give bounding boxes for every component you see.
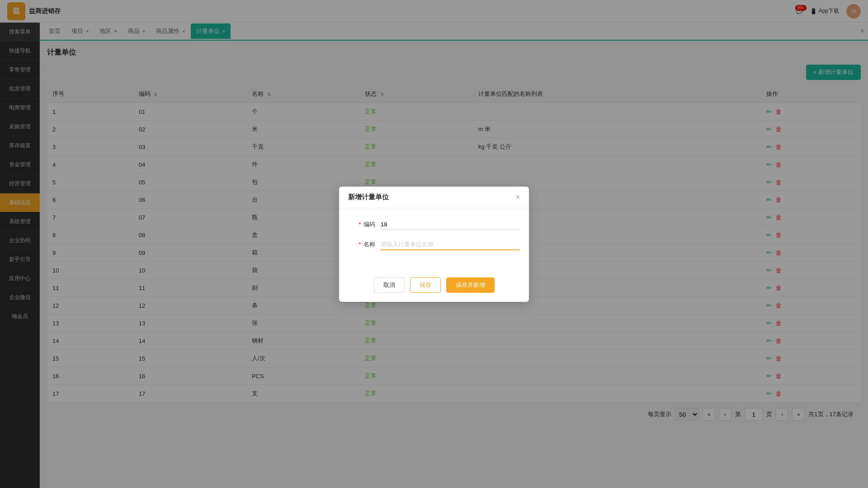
code-required-mark: *	[359, 221, 361, 228]
name-form-row: * 名称	[348, 239, 520, 250]
add-unit-modal: 新增计量单位 × * 编码 * 名称 取消 保存 保存并新增	[339, 187, 529, 302]
name-label: * 名称	[348, 240, 375, 249]
code-form-row: * 编码	[348, 219, 520, 230]
modal-close-button[interactable]: ×	[516, 193, 520, 201]
save-new-button[interactable]: 保存并新增	[446, 277, 495, 293]
modal-footer: 取消 保存 保存并新增	[339, 270, 529, 302]
modal-overlay[interactable]: 新增计量单位 × * 编码 * 名称 取消 保存 保存并新增	[0, 0, 868, 488]
cancel-button[interactable]: 取消	[374, 277, 405, 293]
save-button[interactable]: 保存	[410, 277, 441, 293]
modal-body: * 编码 * 名称	[339, 208, 529, 270]
modal-header: 新增计量单位 ×	[339, 187, 529, 208]
name-input[interactable]	[381, 239, 520, 250]
modal-title: 新增计量单位	[348, 193, 389, 202]
code-label: * 编码	[348, 221, 375, 229]
name-required-mark: *	[359, 241, 361, 248]
code-input[interactable]	[381, 219, 520, 230]
